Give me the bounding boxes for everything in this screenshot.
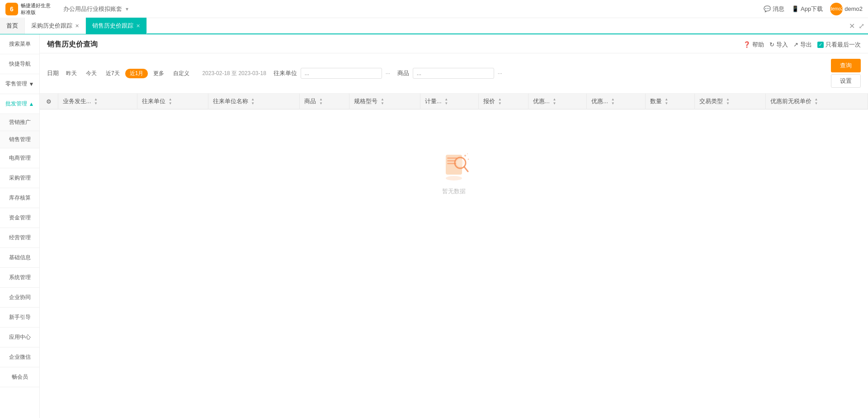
product-input[interactable] bbox=[413, 68, 494, 79]
tab-home[interactable]: 首页 bbox=[0, 18, 25, 34]
svg-point-0 bbox=[446, 176, 462, 180]
sidebar-item-wechat[interactable]: 企业微信 bbox=[0, 347, 39, 367]
sort-trade-type-icon: ▲▼ bbox=[726, 98, 730, 105]
sidebar-item-search[interactable]: 搜索菜单 bbox=[0, 34, 39, 54]
title-dropdown-icon[interactable]: ▾ bbox=[126, 6, 128, 12]
table-container: ⚙ 业务发生... ▲▼ 往来单位 ▲▼ 往来单位名称 bbox=[40, 94, 868, 418]
svg-point-9 bbox=[468, 159, 469, 160]
date-btn-yesterday[interactable]: 昨天 bbox=[62, 69, 80, 78]
partner-more-icon[interactable]: ··· bbox=[386, 70, 390, 76]
col-product[interactable]: 商品 ▲▼ bbox=[300, 94, 349, 109]
top-header: 6 畅捷通好生意 标准版 办公用品行业模拟账套 ▾ 💬 消息 📱 App下载 d… bbox=[0, 0, 868, 18]
tab-purchase-history[interactable]: 采购历史价跟踪 ✕ bbox=[25, 18, 86, 34]
sidebar-finance-label: 资金管理 bbox=[9, 214, 31, 222]
empty-text: 暂无数据 bbox=[442, 187, 466, 195]
import-btn[interactable]: ↻ 导入 bbox=[769, 41, 788, 49]
help-btn[interactable]: ❓ 帮助 bbox=[743, 41, 764, 49]
sidebar-item-sales-mgmt[interactable]: 销售管理 bbox=[0, 131, 39, 148]
sidebar-sales-mgmt-label: 销售管理 bbox=[9, 136, 31, 143]
date-btn-custom[interactable]: 自定义 bbox=[170, 69, 193, 78]
col-spec[interactable]: 规格型号 ▲▼ bbox=[349, 94, 420, 109]
sidebar-item-system[interactable]: 系统管理 bbox=[0, 268, 39, 288]
sidebar-item-wholesale[interactable]: 批发管理 ▲ bbox=[0, 94, 39, 114]
sidebar-item-enterprise[interactable]: 企业协同 bbox=[0, 288, 39, 308]
tab-maximize-btn[interactable]: ⤢ bbox=[859, 22, 864, 30]
sidebar-wholesale-label: 批发管理 bbox=[5, 100, 27, 108]
empty-icon bbox=[436, 146, 472, 182]
sidebar-purchase-label: 采购管理 bbox=[9, 174, 31, 182]
table-header-row: ⚙ 业务发生... ▲▼ 往来单位 ▲▼ 往来单位名称 bbox=[40, 94, 868, 109]
sidebar-shortcuts-label: 快捷导航 bbox=[9, 60, 31, 68]
date-btn-1month[interactable]: 近1月 bbox=[125, 69, 148, 78]
sidebar-search-label: 搜索菜单 bbox=[9, 40, 31, 48]
sort-unit-icon: ▲▼ bbox=[444, 98, 448, 105]
message-btn[interactable]: 💬 消息 bbox=[764, 5, 784, 13]
content-area: 销售历史价查询 ❓ 帮助 ↻ 导入 ↗ 导出 ✓ bbox=[40, 34, 868, 418]
col-quantity[interactable]: 数量 ▲▼ bbox=[645, 94, 695, 109]
sidebar-enterprise-label: 企业协同 bbox=[9, 294, 31, 301]
empty-state: 暂无数据 bbox=[40, 109, 868, 232]
sidebar-item-purchase[interactable]: 采购管理 bbox=[0, 168, 39, 188]
col-discount1[interactable]: 优惠... ▲▼ bbox=[528, 94, 586, 109]
app-title: 办公用品行业模拟账套 bbox=[63, 5, 122, 13]
col-pretax-price[interactable]: 优惠前无税单价 ▲▼ bbox=[765, 94, 868, 109]
sidebar-item-basic[interactable]: 基础信息 bbox=[0, 248, 39, 268]
page-actions: ❓ 帮助 ↻ 导入 ↗ 导出 ✓ 只看最后一次 bbox=[743, 41, 861, 49]
export-icon: ↗ bbox=[793, 41, 798, 48]
sidebar-item-retail[interactable]: 零售管理 ▼ bbox=[0, 74, 39, 94]
sidebar-item-inventory[interactable]: 库存核算 bbox=[0, 188, 39, 208]
date-btn-more[interactable]: 更多 bbox=[150, 69, 168, 78]
col-settings[interactable]: ⚙ bbox=[40, 94, 58, 109]
col-biz-date[interactable]: 业务发生... ▲▼ bbox=[58, 94, 137, 109]
tab-close-all-btn[interactable]: ✕ bbox=[849, 22, 855, 30]
svg-rect-3 bbox=[447, 160, 455, 162]
tab-sales-history-label: 销售历史价跟踪 bbox=[92, 22, 133, 30]
sidebar-item-appstore[interactable]: 应用中心 bbox=[0, 328, 39, 347]
sort-quantity-icon: ▲▼ bbox=[665, 98, 668, 105]
query-button[interactable]: 查询 bbox=[831, 59, 861, 72]
sidebar-item-marketing[interactable]: 营销推广 bbox=[0, 114, 39, 131]
sort-discount1-icon: ▲▼ bbox=[552, 98, 556, 105]
page-header: 销售历史价查询 ❓ 帮助 ↻ 导入 ↗ 导出 ✓ bbox=[40, 34, 868, 53]
export-btn[interactable]: ↗ 导出 bbox=[793, 41, 812, 49]
sidebar-item-guide[interactable]: 新手引导 bbox=[0, 308, 39, 328]
import-icon: ↻ bbox=[769, 41, 774, 48]
sidebar-item-ecommerce[interactable]: 电商管理 bbox=[0, 148, 39, 168]
sort-biz-date-icon: ▲▼ bbox=[94, 98, 98, 105]
date-btn-today[interactable]: 今天 bbox=[82, 69, 100, 78]
sidebar-item-finance[interactable]: 资金管理 bbox=[0, 208, 39, 228]
date-btn-7days[interactable]: 近7天 bbox=[102, 69, 123, 78]
sort-partner-code-icon: ▲▼ bbox=[169, 98, 172, 105]
tab-home-label: 首页 bbox=[6, 22, 18, 30]
date-range-text: 2023-02-18 至 2023-03-18 bbox=[202, 70, 266, 77]
col-trade-type[interactable]: 交易类型 ▲▼ bbox=[695, 94, 765, 109]
col-partner-code[interactable]: 往来单位 ▲▼ bbox=[137, 94, 208, 109]
product-more-icon[interactable]: ··· bbox=[498, 70, 502, 76]
col-discount2[interactable]: 优惠... ▲▼ bbox=[587, 94, 645, 109]
query-actions: 查询 设置 bbox=[831, 59, 861, 88]
sidebar-item-shortcuts[interactable]: 快捷导航 bbox=[0, 54, 39, 74]
only-last-checkbox-group[interactable]: ✓ 只看最后一次 bbox=[817, 41, 861, 49]
partner-input[interactable] bbox=[301, 68, 382, 79]
col-unit[interactable]: 计量... ▲▼ bbox=[420, 94, 478, 109]
sidebar-guide-label: 新手引导 bbox=[9, 314, 31, 321]
only-last-checkbox[interactable]: ✓ bbox=[817, 42, 824, 48]
sort-pretax-price-icon: ▲▼ bbox=[814, 98, 818, 105]
tab-sales-history-close[interactable]: ✕ bbox=[136, 23, 140, 29]
col-price[interactable]: 报价 ▲▼ bbox=[479, 94, 528, 109]
tab-sales-history[interactable]: 销售历史价跟踪 ✕ bbox=[86, 18, 147, 34]
col-partner-name[interactable]: 往来单位名称 ▲▼ bbox=[208, 94, 300, 109]
partner-filter-group: 往来单位 ··· bbox=[274, 68, 390, 79]
sidebar-item-member[interactable]: 畅会员 bbox=[0, 367, 39, 387]
help-icon: ❓ bbox=[743, 41, 750, 48]
tab-purchase-history-label: 采购历史价跟踪 bbox=[31, 22, 72, 30]
sidebar-item-operations[interactable]: 经营管理 bbox=[0, 228, 39, 248]
app-download-btn[interactable]: 📱 App下载 bbox=[792, 5, 823, 13]
tab-purchase-history-close[interactable]: ✕ bbox=[75, 23, 79, 29]
date-range-display: 2023-02-18 至 2023-03-18 bbox=[200, 70, 266, 77]
sort-price-icon: ▲▼ bbox=[498, 98, 502, 105]
user-profile-btn[interactable]: demo2 demo2 bbox=[830, 3, 863, 15]
settings-button[interactable]: 设置 bbox=[831, 74, 861, 88]
phone-icon: 📱 bbox=[792, 5, 799, 12]
page-title: 销售历史价查询 bbox=[47, 40, 98, 49]
